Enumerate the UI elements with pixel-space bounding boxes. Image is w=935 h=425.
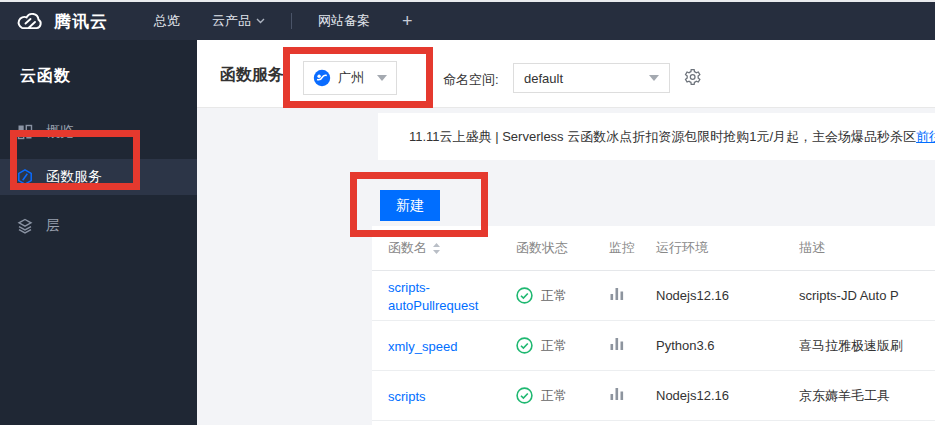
table-row: scripts 正常 Nodejs12.16 京东薅羊毛工具 xyxy=(372,371,935,421)
region-label: 广州 xyxy=(338,69,370,87)
status-ok-icon xyxy=(516,287,533,304)
sidebar-item-label: 概览 xyxy=(46,123,74,141)
function-table: 函数名 函数状态 监控 运行环境 描述 scripts-autoPullrequ… xyxy=(372,226,935,425)
page-header: 函数服务 广州 命名空间: default xyxy=(197,40,935,108)
col-header-name: 函数名 xyxy=(388,239,427,257)
status-ok-icon xyxy=(516,337,533,354)
description-cell: 喜马拉雅极速版刷 xyxy=(799,337,935,355)
table-row: scripts-autoPullrequest 正常 Nodejs12.16 s… xyxy=(372,271,935,321)
monitor-bars-icon[interactable] xyxy=(609,336,625,351)
sidebar-item-layers[interactable]: 层 xyxy=(0,207,197,245)
cloud-logo-icon xyxy=(15,11,45,32)
status-text: 正常 xyxy=(541,287,567,305)
sort-icon[interactable] xyxy=(432,242,441,255)
scf-hexagon-icon xyxy=(17,169,33,185)
table-row: xmly_speed 正常 Python3.6 喜马拉雅极速版刷 xyxy=(372,321,935,371)
sidebar-item-label: 函数服务 xyxy=(46,168,102,186)
sidebar: 云函数 概览 函数服务 层 xyxy=(0,40,197,425)
namespace-select[interactable]: default xyxy=(513,63,670,93)
nav-overview-label: 总览 xyxy=(154,12,180,30)
promo-banner: 11.11云上盛典 | Serverless 云函数冰点折扣资源包限时抢购1元/… xyxy=(378,113,935,160)
status-text: 正常 xyxy=(541,337,567,355)
monitor-bars-icon[interactable] xyxy=(609,286,625,301)
function-name-link[interactable]: scripts-autoPullrequest xyxy=(388,280,478,313)
nav-products-label: 云产品 xyxy=(212,12,251,30)
content-area: 11.11云上盛典 | Serverless 云函数冰点折扣资源包限时抢购1元/… xyxy=(197,108,935,425)
runtime-cell: Python3.6 xyxy=(656,338,799,353)
monitor-bars-icon[interactable] xyxy=(609,386,625,401)
gear-icon xyxy=(683,68,701,86)
banner-text: 11.11云上盛典 | Serverless 云函数冰点折扣资源包限时抢购1元/… xyxy=(409,128,916,146)
table-header-row: 函数名 函数状态 监控 运行环境 描述 xyxy=(372,226,935,271)
function-name-link[interactable]: scripts xyxy=(388,389,426,404)
col-header-monitor: 监控 xyxy=(609,239,656,257)
nav-beian-label: 网站备案 xyxy=(318,12,370,30)
col-header-status: 函数状态 xyxy=(516,239,609,257)
new-function-button[interactable]: 新建 xyxy=(380,190,440,221)
nav-products[interactable]: 云产品 xyxy=(196,2,281,40)
grid-icon xyxy=(17,124,33,140)
runtime-cell: Nodejs12.16 xyxy=(656,288,799,303)
col-header-runtime: 运行环境 xyxy=(656,239,799,257)
add-tab-button[interactable]: + xyxy=(386,11,429,32)
globe-icon xyxy=(313,69,331,87)
region-selector[interactable]: 广州 xyxy=(303,61,397,95)
runtime-cell: Nodejs12.16 xyxy=(656,388,799,403)
namespace-label: 命名空间: xyxy=(443,71,499,89)
chevron-down-icon xyxy=(256,18,265,24)
tencent-cloud-logo[interactable]: 腾讯云 xyxy=(0,10,126,33)
nav-overview[interactable]: 总览 xyxy=(138,2,196,40)
banner-link[interactable]: 前往 xyxy=(916,128,935,146)
status-text: 正常 xyxy=(541,387,567,405)
top-navbar: 腾讯云 总览 云产品 网站备案 + xyxy=(0,2,935,40)
page-title: 函数服务 xyxy=(220,65,284,86)
nav-divider xyxy=(291,13,292,29)
description-cell: 京东薅羊毛工具 xyxy=(799,387,935,405)
sidebar-item-label: 层 xyxy=(46,217,60,235)
status-ok-icon xyxy=(516,387,533,404)
col-header-desc: 描述 xyxy=(799,239,935,257)
chevron-down-icon xyxy=(649,75,659,81)
layers-icon xyxy=(17,218,33,234)
sidebar-item-overview[interactable]: 概览 xyxy=(0,113,197,151)
settings-button[interactable] xyxy=(683,68,701,86)
description-cell: scripts-JD Auto P xyxy=(799,288,935,303)
function-name-link[interactable]: xmly_speed xyxy=(388,339,457,354)
sidebar-item-function-service[interactable]: 函数服务 xyxy=(0,159,197,195)
nav-beian-tab[interactable]: 网站备案 xyxy=(302,2,386,40)
brand-name: 腾讯云 xyxy=(54,10,108,33)
chevron-down-icon xyxy=(377,75,387,81)
sidebar-title: 云函数 xyxy=(0,40,197,87)
namespace-value: default xyxy=(524,71,649,86)
